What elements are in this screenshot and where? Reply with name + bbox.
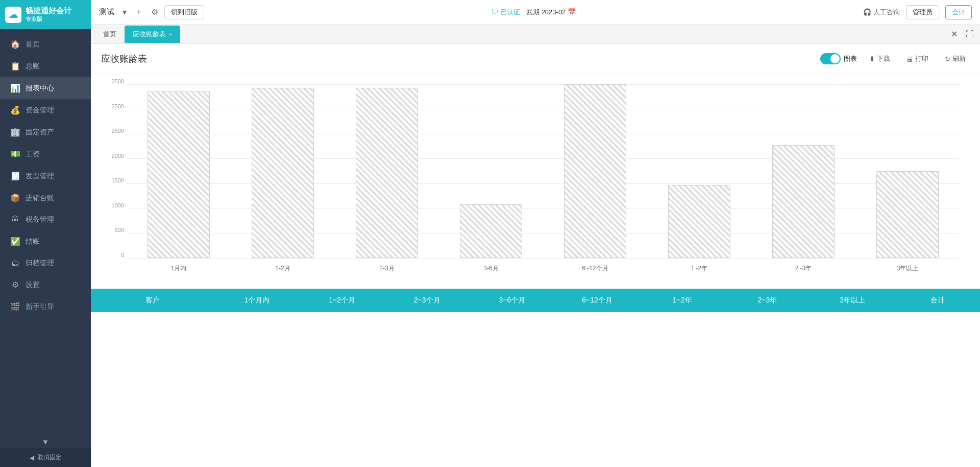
sidebar-item-payroll[interactable]: 💵 工资 (0, 143, 91, 165)
certified-badge: 🛡 已认证 (492, 8, 520, 17)
grid-label: 1000 (101, 202, 124, 208)
chart-toggle[interactable] (820, 53, 841, 64)
close-window-button[interactable]: ✕ (949, 27, 960, 41)
sidebar-item-settings[interactable]: ⚙ 设置 (0, 274, 91, 296)
shield-icon: 🛡 (492, 8, 498, 16)
sidebar-logo: ☁ 畅捷通好会计 专业版 (0, 0, 91, 29)
bar-group-0 (127, 84, 231, 258)
bar-group-6 (751, 84, 855, 258)
bar-0 (148, 91, 210, 258)
sidebar-item-label: 设置 (26, 281, 40, 290)
sidebar-scroll-down[interactable]: ▼ (0, 436, 91, 448)
settings-button[interactable]: ⚙ (149, 5, 160, 19)
tab-close-icon[interactable]: × (169, 31, 172, 37)
sidebar-item-home[interactable]: 🏠 首页 (0, 33, 91, 55)
print-icon: 🖨 (906, 55, 913, 63)
sidebar-pin-button[interactable]: ◀ 取消固定 (0, 448, 91, 467)
sidebar-item-reports[interactable]: 📊 报表中心 (0, 77, 91, 99)
sidebar-item-label: 固定资产 (26, 128, 54, 137)
invoices-icon: 🧾 (10, 171, 20, 181)
sidebar-item-closing[interactable]: ✅ 结账 (0, 230, 91, 252)
project-title: 测试 (99, 7, 114, 17)
maximize-button[interactable]: ⛶ (964, 28, 976, 41)
grid-label: 2500 (101, 103, 124, 109)
sidebar-item-guide[interactable]: 🎬 新手引导 (0, 296, 91, 318)
table-header-5: 6~12个月 (555, 289, 640, 312)
table-header-7: 2~3年 (725, 289, 810, 312)
bar-1 (252, 88, 314, 258)
tab-aging-report[interactable]: 应收账龄表 × (125, 26, 180, 43)
page-header: 应收账龄表 图表 ⬇ 下载 🖨 打印 ↻ (91, 44, 980, 74)
page-area: 应收账龄表 图表 ⬇ 下载 🖨 打印 ↻ (91, 44, 980, 467)
table-header-8: 3年以上 (810, 289, 895, 312)
app-logo-icon: ☁ (5, 7, 21, 23)
refresh-button[interactable]: ↻ 刷新 (941, 52, 970, 65)
bar-group-7 (855, 84, 960, 258)
x-label-5: 1~2年 (647, 258, 751, 278)
archive-icon: 🗂 (10, 259, 20, 268)
table-header-4: 3~6个月 (470, 289, 555, 312)
sidebar-item-archive[interactable]: 🗂 归档管理 (0, 252, 91, 274)
sidebar-item-trade[interactable]: 📦 进销台账 (0, 187, 91, 209)
sidebar-item-label: 税务管理 (26, 215, 54, 224)
table-header-row: 客户1个月内1~2个月2~3个月3~6个月6~12个月1~2年2~3年3年以上合… (91, 289, 980, 312)
bar-group-2 (335, 84, 439, 258)
closing-icon: ✅ (10, 237, 20, 246)
bar-group-1 (231, 84, 335, 258)
grid-label: 500 (101, 227, 124, 233)
tax-icon: 🏛 (10, 215, 20, 224)
assets-icon: 🏢 (10, 127, 20, 137)
add-button[interactable]: ＋ (133, 5, 145, 19)
x-label-3: 3-6月 (439, 258, 543, 278)
grid-label: 1500 (101, 177, 124, 183)
sidebar-item-label: 报表中心 (26, 84, 54, 93)
sidebar-item-label: 工资 (26, 150, 40, 159)
bar-5 (668, 185, 730, 258)
page-header-actions: 图表 ⬇ 下载 🖨 打印 ↻ 刷新 (820, 52, 970, 65)
settings-icon: ⚙ (10, 280, 20, 290)
download-button[interactable]: ⬇ 下载 (865, 52, 894, 65)
accountant-button[interactable]: 会计 (945, 5, 972, 19)
topbar-right: 🎧 人工咨询 管理员 会计 (863, 5, 972, 19)
print-button[interactable]: 🖨 打印 (902, 52, 933, 65)
page-inner: 应收账龄表 图表 ⬇ 下载 🖨 打印 ↻ (91, 44, 980, 467)
calendar-icon[interactable]: 📅 (568, 8, 576, 16)
sidebar-item-label: 总账 (26, 62, 40, 71)
bar-2 (356, 88, 418, 258)
sidebar-item-assets[interactable]: 🏢 固定资产 (0, 121, 91, 143)
tab-home[interactable]: 首页 (95, 26, 125, 43)
bar-group-4 (543, 84, 647, 258)
dropdown-toggle[interactable]: ▾ (120, 5, 129, 19)
sidebar-item-label: 发票管理 (26, 172, 54, 181)
chart-toggle-label: 图表 (844, 54, 857, 63)
refresh-icon: ↻ (945, 55, 950, 63)
grid-label: 2000 (101, 153, 124, 159)
sidebar-item-invoices[interactable]: 🧾 发票管理 (0, 165, 91, 187)
switch-version-button[interactable]: 切到旧版 (164, 5, 204, 19)
table-header-2: 1~2个月 (300, 289, 385, 312)
sidebar-nav: 🏠 首页 📋 总账 📊 报表中心 💰 资金管理 🏢 固定资产 💵 工资 🧾 发票… (0, 29, 91, 436)
table-header-0: 客户 (91, 289, 214, 312)
sidebar-item-label: 进销台账 (26, 194, 54, 203)
ledger-icon: 📋 (10, 61, 20, 71)
sidebar-item-ledger[interactable]: 📋 总账 (0, 55, 91, 77)
table-header-9: 合计 (895, 289, 980, 312)
sidebar-item-funds[interactable]: 💰 资金管理 (0, 99, 91, 121)
page-title: 应收账龄表 (101, 53, 147, 65)
chart-x-labels: 1月内1-2月2-3月3-6月6~12个月1~2年2~3年3年以上 (127, 258, 960, 278)
download-icon: ⬇ (869, 55, 875, 63)
tabs-bar: 首页 应收账龄表 × ✕ ⛶ (91, 25, 980, 44)
sidebar-item-tax[interactable]: 🏛 税务管理 (0, 209, 91, 230)
chart-bars (127, 84, 960, 258)
tabs-right: ✕ ⛶ (949, 27, 976, 41)
app-name: 畅捷通好会计 (26, 6, 71, 15)
service-button[interactable]: 🎧 人工咨询 (863, 8, 900, 17)
x-label-7: 3年以上 (855, 258, 960, 278)
admin-button[interactable]: 管理员 (906, 5, 939, 19)
home-icon: 🏠 (10, 39, 20, 49)
sidebar-item-label: 归档管理 (26, 259, 54, 268)
table-header-6: 1~2年 (640, 289, 725, 312)
bar-group-5 (647, 84, 751, 258)
trade-icon: 📦 (10, 193, 20, 203)
x-label-6: 2~3年 (751, 258, 855, 278)
